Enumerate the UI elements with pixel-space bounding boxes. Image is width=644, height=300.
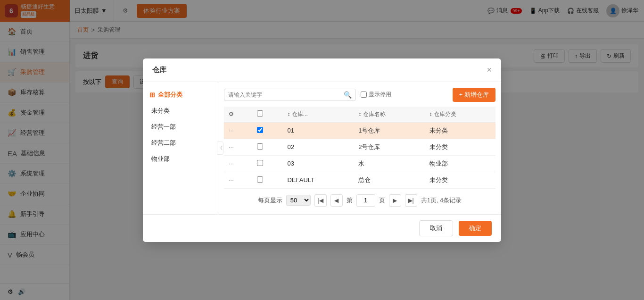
row-category-0: 未分类 [425, 122, 495, 139]
table-panel: 🔍 显示停用 + 新增仓库 ⚙ ↕ 仓库... [218, 82, 501, 214]
table-row[interactable]: ··· 03 水 物业部 [224, 155, 495, 172]
row-category-3: 未分类 [425, 172, 495, 188]
col-name: ↕ 仓库名称 [354, 107, 424, 123]
row-action-0[interactable]: ··· [224, 122, 252, 139]
search-input[interactable] [228, 92, 344, 98]
row-action-2[interactable]: ··· [224, 155, 252, 172]
collapse-button[interactable]: 《 [217, 142, 223, 155]
next-page-button[interactable]: ▶ [389, 194, 401, 207]
col-settings: ⚙ [224, 107, 252, 123]
row-name-2: 水 [354, 155, 424, 172]
row-check-2[interactable] [252, 155, 282, 172]
row-code-0: 01 [282, 122, 354, 139]
row-action-1[interactable]: ··· [224, 139, 252, 155]
modal-title: 仓库 [152, 66, 166, 75]
table-header-row: ⚙ ↕ 仓库... ↕ 仓库名称 ↕ 仓库分类 [224, 107, 495, 123]
pagination: 每页显示 50 20 100 |◀ ◀ 第 页 ▶ ▶| 共1页, 4条记录 [224, 189, 495, 208]
row-name-0: 1号仓库 [354, 122, 424, 139]
last-page-button[interactable]: ▶| [405, 194, 417, 207]
col-category: ↕ 仓库分类 [425, 107, 495, 123]
row-code-2: 03 [282, 155, 354, 172]
all-categories[interactable]: ⊞ 全部分类 [143, 87, 218, 103]
col-checkbox [252, 107, 282, 123]
modal-close-button[interactable]: × [487, 65, 492, 75]
select-all-checkbox[interactable] [257, 110, 263, 117]
row-check-1[interactable] [252, 139, 282, 155]
add-warehouse-button[interactable]: + 新增仓库 [453, 88, 495, 102]
category-item-2[interactable]: 经营二部 [143, 135, 218, 151]
search-icon[interactable]: 🔍 [344, 91, 352, 99]
row-name-1: 2号仓库 [354, 139, 424, 155]
category-item-3[interactable]: 物业部 [143, 151, 218, 167]
row-category-2: 物业部 [425, 155, 495, 172]
row-check-0[interactable] [252, 122, 282, 139]
first-page-button[interactable]: |◀ [314, 194, 327, 207]
category-panel: ⊞ 全部分类 未分类经营一部经营二部物业部 《 [143, 82, 218, 214]
row-category-1: 未分类 [425, 139, 495, 155]
row-action-3[interactable]: ··· [224, 172, 252, 188]
search-box: 🔍 [224, 89, 356, 101]
show-disabled-checkbox[interactable] [361, 92, 367, 98]
grid-icon: ⊞ [149, 91, 155, 99]
modal-footer: 取消 确定 [143, 214, 501, 242]
row-code-3: DEFAULT [282, 172, 354, 188]
category-item-1[interactable]: 经营一部 [143, 119, 218, 135]
confirm-button[interactable]: 确定 [459, 221, 492, 236]
row-code-1: 02 [282, 139, 354, 155]
per-page-select[interactable]: 50 20 100 [286, 195, 311, 206]
row-check-3[interactable] [252, 172, 282, 188]
modal-body: ⊞ 全部分类 未分类经营一部经营二部物业部 《 🔍 显示停用 [143, 82, 501, 214]
col-code: ↕ 仓库... [282, 107, 354, 123]
cancel-button[interactable]: 取消 [419, 220, 453, 236]
modal-header: 仓库 × [143, 58, 501, 82]
modal-overlay[interactable]: 仓库 × ⊞ 全部分类 未分类经营一部经营二部物业部 《 🔍 [0, 0, 644, 300]
table-row[interactable]: ··· 01 1号仓库 未分类 [224, 122, 495, 139]
table-row[interactable]: ··· DEFAULT 总仓 未分类 [224, 172, 495, 188]
category-item-0[interactable]: 未分类 [143, 103, 218, 119]
table-toolbar: 🔍 显示停用 + 新增仓库 [224, 88, 495, 102]
page-number-input[interactable] [356, 194, 375, 207]
warehouse-table: ⚙ ↕ 仓库... ↕ 仓库名称 ↕ 仓库分类 ··· 01 1号仓库 未分类 … [224, 107, 495, 189]
show-disabled-label[interactable]: 显示停用 [361, 91, 391, 99]
table-row[interactable]: ··· 02 2号仓库 未分类 [224, 139, 495, 155]
prev-page-button[interactable]: ◀ [330, 194, 343, 207]
row-name-3: 总仓 [354, 172, 424, 188]
modal-dialog: 仓库 × ⊞ 全部分类 未分类经营一部经营二部物业部 《 🔍 [143, 58, 501, 242]
